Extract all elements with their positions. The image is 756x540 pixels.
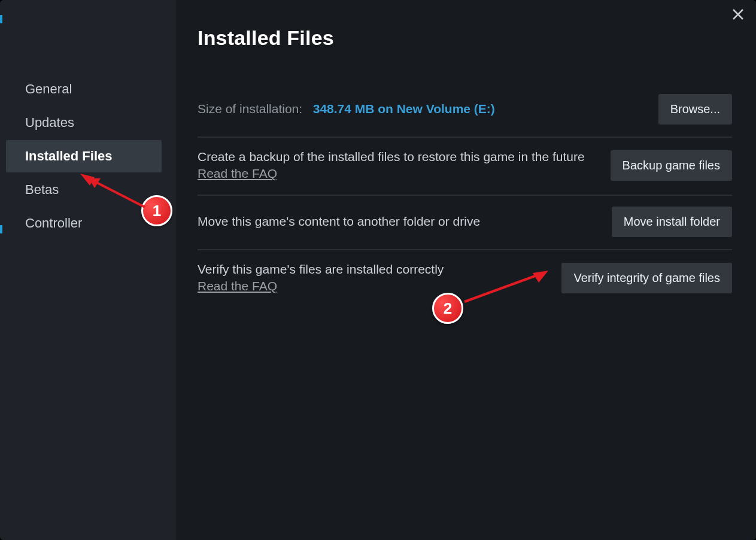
size-row: Size of installation: 348.74 MB on New V… [198,83,732,136]
main-panel: Installed Files Size of installation: 34… [176,0,756,540]
close-button[interactable] [730,6,746,23]
close-icon [732,8,744,20]
size-value[interactable]: 348.74 MB on New Volume (E:) [313,102,495,116]
backup-faq-link[interactable]: Read the FAQ [198,166,277,180]
verify-text: Verify this game's files are installed c… [198,261,549,278]
browse-button[interactable]: Browse... [658,94,732,125]
backup-button[interactable]: Backup game files [611,150,732,181]
verify-button[interactable]: Verify integrity of game files [561,263,732,293]
sidebar-item-installed-files[interactable]: Installed Files [6,140,162,172]
left-edge-tick [0,225,2,233]
page-title: Installed Files [198,26,732,50]
sidebar-item-general[interactable]: General [6,73,162,105]
backup-text: Create a backup of the installed files t… [198,148,599,165]
left-edge-tick [0,15,2,23]
sidebar-item-controller[interactable]: Controller [6,207,162,239]
move-text: Move this game's content to another fold… [198,213,600,230]
verify-faq-link[interactable]: Read the FAQ [198,279,277,293]
backup-row: Create a backup of the installed files t… [198,136,732,195]
sidebar-item-betas[interactable]: Betas [6,174,162,206]
move-row: Move this game's content to another fold… [198,195,732,249]
properties-sidebar: General Updates Installed Files Betas Co… [0,0,176,540]
sidebar-item-updates[interactable]: Updates [6,107,162,139]
size-label: Size of installation: [198,102,302,116]
verify-row: Verify this game's files are installed c… [198,249,732,307]
move-button[interactable]: Move install folder [612,207,732,237]
